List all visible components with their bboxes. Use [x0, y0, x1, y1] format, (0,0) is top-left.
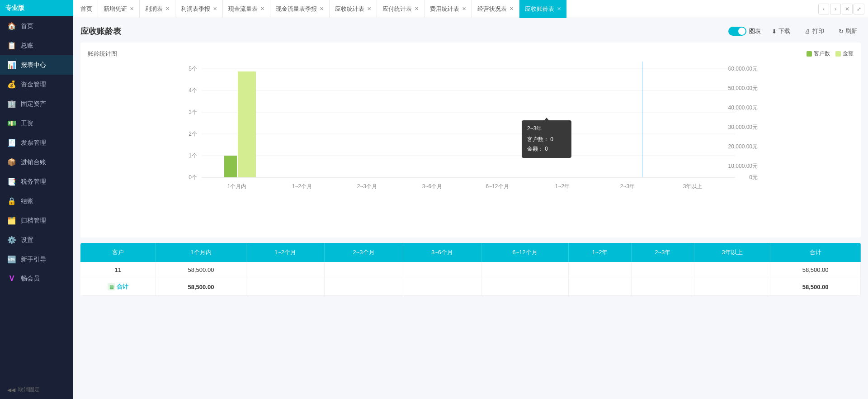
- chart-toggle[interactable]: 图表: [728, 27, 761, 36]
- funds-icon: 💰: [7, 80, 16, 89]
- legend-customer-dot: [807, 51, 812, 57]
- page-header: 应收账龄表 图表 ⬇ 下载 🖨 打印 ↻ 刷新: [80, 25, 861, 37]
- collapse-sidebar-btn[interactable]: ◀◀ 取消固定: [0, 380, 73, 399]
- assets-icon: 🏢: [7, 100, 16, 108]
- sidebar-item-vip[interactable]: V 畅会员: [0, 269, 73, 288]
- ledger-icon: 📋: [7, 41, 16, 50]
- close-icon[interactable]: ✕: [367, 6, 371, 12]
- cell-total-m612: [481, 278, 569, 296]
- tab-cashflow[interactable]: 现金流量表 ✕: [223, 0, 270, 18]
- archive-icon: 🗂️: [7, 216, 16, 225]
- tab-voucher[interactable]: 新增凭证 ✕: [98, 0, 140, 18]
- print-label: 打印: [812, 27, 824, 35]
- home-icon: 🏠: [7, 22, 16, 30]
- tab-profit[interactable]: 利润表 ✕: [140, 0, 175, 18]
- collapse-label: 取消固定: [18, 386, 40, 394]
- total-icon: ▤: [108, 283, 115, 290]
- sidebar-item-label: 进销台账: [21, 158, 46, 166]
- refresh-label: 刷新: [845, 27, 857, 35]
- cell-total: 58,500.00: [770, 262, 861, 278]
- download-btn[interactable]: ⬇ 下载: [768, 25, 794, 37]
- cell-total-label: ▤ 合计: [80, 278, 156, 296]
- col-m36: 3~6个月: [403, 243, 481, 262]
- chart-legend: 客户数 金额: [807, 50, 854, 57]
- table-header-row: 客户 1个月内 1~2个月 2~3个月 3~6个月 6~12个月 1~2年 2~…: [80, 243, 861, 262]
- print-btn[interactable]: 🖨 打印: [801, 25, 828, 37]
- tab-cashflow-season[interactable]: 现金流量表季报 ✕: [270, 0, 330, 18]
- guide-icon: 🆕: [7, 255, 16, 264]
- vip-icon: V: [7, 275, 16, 283]
- tab-next-btn[interactable]: ›: [830, 4, 841, 14]
- col-y12: 1~2年: [569, 243, 632, 262]
- svg-text:3~6个月: 3~6个月: [422, 183, 442, 190]
- toggle-track[interactable]: [728, 27, 746, 36]
- cell-total-total: 58,500.00: [770, 278, 861, 296]
- sidebar-item-tax[interactable]: 📑 税务管理: [0, 172, 73, 191]
- sidebar: 专业版 🏠 首页 📋 总账 📊 报表中心 💰 资金管理 🏢 固定资产 💵 工资 …: [0, 0, 73, 399]
- sidebar-item-ledger[interactable]: 📋 总账: [0, 36, 73, 55]
- cell-total-y23: [631, 278, 694, 296]
- sidebar-item-inventory[interactable]: 📦 进销台账: [0, 152, 73, 172]
- tab-navigation: ‹ › ✕ ⤢: [816, 4, 866, 14]
- app-logo: 专业版: [0, 0, 73, 16]
- close-icon[interactable]: ✕: [415, 6, 419, 12]
- close-icon[interactable]: ✕: [260, 6, 264, 12]
- close-icon[interactable]: ✕: [320, 6, 324, 12]
- download-label: 下载: [778, 27, 790, 35]
- tab-profit-season[interactable]: 利润表季报 ✕: [175, 0, 223, 18]
- tab-prev-btn[interactable]: ‹: [818, 4, 829, 14]
- sidebar-item-reports[interactable]: 📊 报表中心: [0, 55, 73, 75]
- tab-expense[interactable]: 费用统计表 ✕: [425, 0, 472, 18]
- tab-payable[interactable]: 应付统计表 ✕: [377, 0, 425, 18]
- close-icon[interactable]: ✕: [509, 6, 514, 12]
- cell-total-m12: [246, 278, 325, 296]
- sidebar-item-label: 畅会员: [21, 275, 40, 283]
- col-y3p: 3年以上: [694, 243, 770, 262]
- refresh-btn[interactable]: ↻ 刷新: [835, 25, 861, 37]
- svg-text:6~12个月: 6~12个月: [486, 183, 509, 190]
- sidebar-item-home[interactable]: 🏠 首页: [0, 16, 73, 36]
- chart-toggle-label: 图表: [749, 27, 761, 35]
- tab-operation[interactable]: 经营状况表 ✕: [472, 0, 519, 18]
- sidebar-item-invoice[interactable]: 🧾 发票管理: [0, 133, 73, 152]
- svg-text:2~3年: 2~3年: [620, 183, 635, 190]
- sidebar-item-label: 税务管理: [21, 178, 46, 186]
- tab-bar: 首页 新增凭证 ✕ 利润表 ✕ 利润表季报 ✕ 现金流量表 ✕ 现金流量表季报 …: [73, 0, 868, 18]
- svg-text:4个: 4个: [189, 87, 197, 94]
- sidebar-item-label: 工资: [21, 119, 33, 128]
- tab-aging[interactable]: 应收账龄表 ✕: [519, 0, 567, 18]
- tab-receivable[interactable]: 应收统计表 ✕: [330, 0, 377, 18]
- sidebar-item-settings[interactable]: ⚙️ 设置: [0, 230, 73, 250]
- tab-maximize-btn[interactable]: ⤢: [854, 4, 864, 14]
- chart-wrapper: 5个 4个 3个 2个 1个 0个 60,000.00元 50,000.00元 …: [88, 62, 854, 230]
- print-icon: 🖨: [805, 28, 811, 35]
- close-icon[interactable]: ✕: [130, 6, 134, 12]
- tab-close-all-btn[interactable]: ✕: [842, 4, 853, 14]
- close-icon[interactable]: ✕: [557, 6, 561, 12]
- table-row: 11 58,500.00 58,500.00: [80, 262, 861, 278]
- close-icon[interactable]: ✕: [462, 6, 466, 12]
- sidebar-item-funds[interactable]: 💰 资金管理: [0, 75, 73, 94]
- tab-home[interactable]: 首页: [75, 0, 98, 18]
- sidebar-item-assets[interactable]: 🏢 固定资产: [0, 94, 73, 114]
- collapse-arrow-icon: ◀◀: [7, 387, 15, 393]
- cell-m1: 58,500.00: [156, 262, 246, 278]
- sidebar-item-salary[interactable]: 💵 工资: [0, 114, 73, 133]
- inventory-icon: 📦: [7, 158, 16, 166]
- close-icon[interactable]: ✕: [213, 6, 217, 12]
- close-icon[interactable]: ✕: [165, 6, 170, 12]
- svg-text:1个月内: 1个月内: [227, 183, 247, 190]
- svg-text:2个: 2个: [189, 131, 197, 137]
- tax-icon: 📑: [7, 177, 16, 186]
- sidebar-item-closing[interactable]: 🔒 结账: [0, 191, 73, 211]
- sidebar-item-archive[interactable]: 🗂️ 归档管理: [0, 211, 73, 230]
- sidebar-item-guide[interactable]: 🆕 新手引导: [0, 250, 73, 269]
- svg-text:3个: 3个: [189, 109, 197, 115]
- col-m612: 6~12个月: [481, 243, 569, 262]
- bar-chart: 5个 4个 3个 2个 1个 0个 60,000.00元 50,000.00元 …: [88, 62, 854, 229]
- sidebar-item-label: 固定资产: [21, 100, 46, 108]
- legend-amount-dot: [835, 51, 841, 57]
- svg-text:10,000.00元: 10,000.00元: [728, 163, 758, 169]
- col-customer: 客户: [80, 243, 156, 262]
- aging-table: 客户 1个月内 1~2个月 2~3个月 3~6个月 6~12个月 1~2年 2~…: [80, 243, 861, 296]
